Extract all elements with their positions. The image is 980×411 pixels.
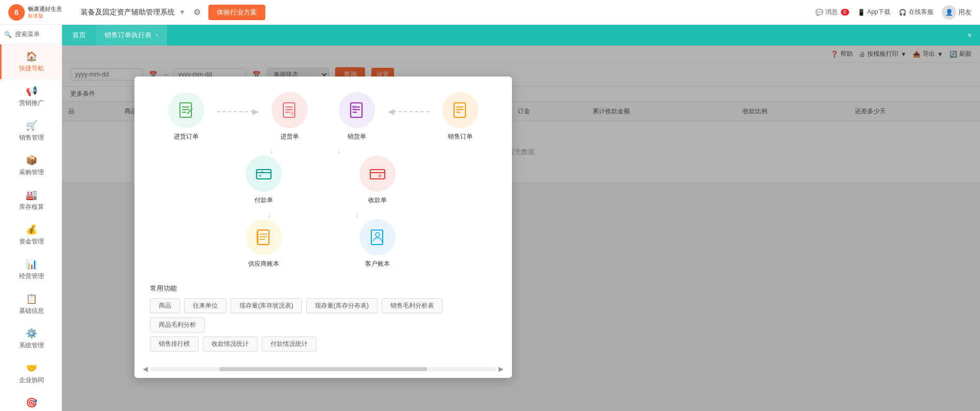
svg-rect-14 [352, 105, 356, 109]
func-buttons-row2: 销售排行榜 收款情况统计 付款情况统计 [150, 337, 496, 352]
tab-close-icon[interactable]: × [156, 33, 159, 38]
func-btn-product[interactable]: 商品 [150, 298, 180, 313]
func-btn-sales-rank[interactable]: 销售排行榜 [150, 337, 199, 352]
common-functions-title: 常用功能 [150, 284, 496, 293]
app-download-action[interactable]: 📱 App下载 [857, 8, 891, 17]
payment-label: 付款单 [254, 196, 273, 205]
sidebar-item-newbie[interactable]: 🎯 新手引导 [0, 391, 62, 411]
svg-point-33 [375, 233, 380, 237]
func-btn-product-margin[interactable]: 商品毛利分析 [150, 317, 205, 332]
supplier-ledger-label: 供应商账本 [248, 260, 279, 268]
func-btn-payment-stats[interactable]: 付款情况统计 [262, 337, 316, 352]
top-header: 6 畅康通好生意 标准版 装备及固定资产辅助管理系统 ▼ ⚙ 体验行业方案 💬 … [0, 0, 980, 25]
app-title-text: 装备及固定资产辅助管理系统 [81, 8, 175, 17]
experience-btn[interactable]: 体验行业方案 [208, 5, 265, 20]
node-customer-ledger[interactable]: 客户账本 [346, 219, 409, 268]
sidebar-item-sales[interactable]: 🛒 销售管理 [0, 114, 62, 148]
avatar: 👤 [942, 5, 956, 20]
svg-rect-21 [259, 175, 262, 177]
svg-rect-23 [370, 170, 385, 179]
node-sale-order[interactable]: 销售订单 [429, 92, 491, 141]
marketing-icon: 📢 [26, 85, 37, 97]
modal-overlay[interactable]: 进货订单 ▶ [62, 45, 980, 411]
purchase-icon: 📦 [26, 155, 37, 166]
node-purchase-order[interactable]: 进货订单 [155, 92, 217, 141]
sales-icon: 🛒 [26, 120, 37, 131]
sale-order-label: 销售订单 [448, 132, 473, 141]
sidebar: 🔍 搜索菜单 🏠 快捷导航 📢 营销推广 🛒 销售管理 📦 采购管理 🏭 库存核… [0, 25, 62, 411]
func-btn-receipt-stats[interactable]: 收款情况统计 [203, 337, 258, 352]
node-purchase-bill[interactable]: ✓ 进货单 [259, 92, 321, 141]
tab-close-main-icon[interactable]: × [968, 31, 972, 39]
svg-rect-32 [371, 230, 383, 245]
message-badge: 6 [841, 9, 849, 16]
sidebar-item-system[interactable]: ⚙️ 系统管理 [0, 322, 62, 356]
node-receipt[interactable]: ¥ 收款单 [346, 156, 409, 205]
func-btn-partner[interactable]: 往来单位 [184, 298, 227, 313]
app-title-area: 装备及固定资产辅助管理系统 ▼ ⚙ 体验行业方案 [70, 5, 816, 20]
purchase-bill-label: 进货单 [280, 132, 299, 141]
svg-rect-19 [257, 170, 271, 179]
dropdown-arrow-icon[interactable]: ▼ [179, 8, 186, 16]
func-btn-sales-margin[interactable]: 销售毛利分析表 [382, 298, 443, 313]
message-action[interactable]: 💬 消息 6 [816, 8, 849, 17]
inventory-icon: 🏭 [26, 189, 37, 201]
receipt-label: 收款单 [368, 196, 387, 205]
right-panel: 首页 销售订单执行表 × × ❓ 帮助 🖨 按模板打印 ▼ [62, 25, 980, 411]
message-icon: 💬 [816, 9, 823, 16]
operations-icon: 📊 [26, 258, 37, 270]
settings-gear-button[interactable]: ⚙ [190, 5, 204, 20]
scroll-right-icon[interactable]: ▶ [499, 365, 504, 373]
tab-bar: 首页 销售订单执行表 × × [62, 25, 980, 45]
svg-text:✓: ✓ [291, 112, 294, 115]
svg-text:¥: ¥ [261, 170, 264, 174]
customer-ledger-label: 客户账本 [365, 260, 390, 268]
logo-area: 6 畅康通好生意 标准版 [8, 4, 70, 21]
tab-home[interactable]: 首页 [62, 25, 96, 45]
sidebar-item-inventory[interactable]: 🏭 库存核算 [0, 183, 62, 218]
search-icon: 🔍 [4, 31, 12, 38]
online-service-action[interactable]: 🎧 在线客服 [899, 8, 933, 17]
workflow-area: 进货订单 ▶ [134, 77, 512, 284]
sidebar-item-finance[interactable]: 💰 资金管理 [0, 218, 62, 252]
enterprise-icon: 🤝 [26, 362, 37, 374]
main-layout: 🔍 搜索菜单 🏠 快捷导航 📢 营销推广 🛒 销售管理 📦 采购管理 🏭 库存核… [0, 25, 980, 411]
func-buttons-row1: 商品 往来单位 现存量(库存状况表) 现存量(库存分布表) 销售毛利分析表 商品… [150, 298, 496, 332]
func-btn-stock-status[interactable]: 现存量(库存状况表) [231, 298, 302, 313]
page-content: ❓ 帮助 🖨 按模板打印 ▼ 📤 导出 ▼ 🔄 刷新 [62, 45, 980, 411]
modal-box: 进货订单 ▶ [134, 77, 512, 378]
node-sale-bill[interactable]: 销货单 [326, 92, 388, 141]
search-menu[interactable]: 🔍 搜索菜单 [0, 25, 62, 44]
tab-sales-order[interactable]: 销售订单执行表 × [96, 25, 167, 45]
common-functions: 常用功能 商品 往来单位 现存量(库存状况表) 现存量(库存分布表) 销售毛利分… [134, 284, 512, 362]
svg-rect-27 [258, 230, 269, 245]
user-avatar-area[interactable]: 👤 用友 [942, 5, 972, 20]
svg-text:¥: ¥ [379, 174, 381, 178]
svg-rect-28 [257, 232, 259, 243]
sidebar-item-basic-info[interactable]: 📋 基础信息 [0, 287, 62, 322]
basic-info-icon: 📋 [26, 293, 37, 305]
purchase-order-label: 进货订单 [174, 132, 199, 141]
header-right: 💬 消息 6 📱 App下载 🎧 在线客服 👤 用友 [816, 5, 972, 20]
scroll-left-icon[interactable]: ◀ [143, 365, 148, 373]
sidebar-item-purchase[interactable]: 📦 采购管理 [0, 148, 62, 183]
phone-icon: 📱 [857, 9, 865, 16]
node-supplier-ledger[interactable]: 供应商账本 [233, 219, 295, 268]
finance-icon: 💰 [26, 224, 37, 235]
sidebar-item-quick-nav[interactable]: 🏠 快捷导航 [0, 44, 62, 79]
scrollbar-track[interactable] [150, 367, 496, 371]
sale-bill-label: 销货单 [348, 132, 366, 141]
func-btn-stock-dist[interactable]: 现存量(库存分布表) [306, 298, 378, 313]
scrollbar-thumb [219, 367, 427, 371]
node-payment[interactable]: ¥ 付款单 [233, 156, 295, 205]
logo-icon: 6 [8, 4, 25, 21]
modal-scrollbar: ◀ ▶ [134, 362, 512, 378]
sidebar-item-marketing[interactable]: 📢 营销推广 [0, 79, 62, 114]
logo-text: 畅康通好生意 标准版 [28, 5, 62, 19]
system-icon: ⚙️ [26, 328, 37, 339]
sidebar-item-operations[interactable]: 📊 经营管理 [0, 252, 62, 287]
home-icon: 🏠 [26, 51, 37, 62]
newbie-icon: 🎯 [26, 397, 37, 408]
sidebar-item-enterprise[interactable]: 🤝 企业协同 [0, 356, 62, 391]
service-icon: 🎧 [899, 9, 907, 16]
